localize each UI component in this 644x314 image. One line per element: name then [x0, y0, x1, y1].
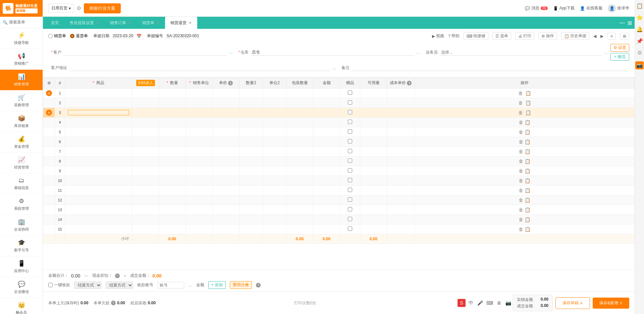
add-row-btn[interactable]: + [46, 90, 52, 96]
taskbar-icon-2[interactable]: 中 [467, 299, 475, 307]
industry-selector[interactable]: 日用百货 ▾ [48, 4, 74, 13]
unit-cell[interactable] [186, 88, 213, 98]
sidebar-item-sales-mgmt[interactable]: 📊 销售管理 [0, 70, 43, 90]
right-panel-icon-5[interactable]: ⚙ [637, 50, 642, 56]
gift-checkbox[interactable] [348, 149, 352, 153]
sidebar-item-app-center[interactable]: 📱 应用中心 [0, 256, 43, 277]
tab-sales-delivery[interactable]: 销货单 ✕ [137, 17, 165, 29]
gift-checkbox[interactable] [348, 110, 352, 114]
pack-qty-cell[interactable] [286, 108, 313, 118]
available-cell[interactable] [360, 98, 387, 108]
available-cell[interactable] [360, 88, 387, 98]
settlement-select[interactable]: 结算方式 [74, 281, 102, 289]
right-panel-icon-4[interactable]: 📌 [636, 38, 643, 44]
discount-info-icon[interactable]: ? [115, 273, 120, 278]
topbar-gear-icon[interactable]: ⚙ [76, 5, 81, 11]
account-select-btn[interactable]: … [188, 283, 192, 288]
qty2-cell[interactable] [239, 108, 263, 118]
gift-checkbox[interactable] [348, 168, 352, 173]
copy-btn[interactable]: 📋 [524, 216, 531, 223]
th-gear[interactable]: ⚙ [43, 78, 55, 88]
search-menu[interactable]: 🔍 搜索菜单 [0, 17, 43, 28]
cost-price-cell[interactable] [387, 88, 415, 98]
product-cell[interactable] [65, 108, 132, 118]
sidebar-item-enterprise[interactable]: 🏢 企业协同 [0, 215, 43, 236]
sidebar-item-inventory[interactable]: 📦 库存核算 [0, 111, 43, 132]
radio-return[interactable]: 退货单 [70, 33, 88, 39]
price-cell[interactable] [213, 108, 239, 118]
copy-btn[interactable]: 📋 [524, 177, 531, 184]
view-grid-btn[interactable]: ⊞ [620, 33, 629, 40]
customer-select-btn[interactable]: … [229, 50, 233, 55]
delete-btn[interactable]: 🗑 [518, 119, 524, 126]
row-add-btn-cell[interactable]: + [43, 108, 55, 118]
history-btn[interactable]: 📋 历史单据 [561, 32, 589, 40]
right-panel-icon-2[interactable]: ⭐ [636, 14, 643, 21]
gift-cell[interactable] [340, 98, 360, 108]
amount-cell[interactable] [313, 88, 340, 98]
add-row-btn[interactable]: + [46, 110, 52, 116]
right-panel-icon-1[interactable]: 📋 [636, 3, 643, 9]
date-value[interactable]: 2023-03-20 [111, 33, 135, 39]
view-list-btn[interactable]: ≡ [607, 33, 616, 40]
save-new-btn[interactable]: 保存&新增 ∧ [593, 298, 629, 309]
product-input[interactable] [68, 91, 129, 96]
sidebar-item-system[interactable]: ⚙ 系统管理 [0, 194, 43, 215]
logistics-btn[interactable]: + 物流 [610, 53, 629, 61]
qty-cell[interactable] [159, 88, 186, 98]
shortcut-btn[interactable]: ⌨ 快捷键 [464, 32, 488, 40]
gift-checkbox[interactable] [348, 120, 352, 124]
gift-checkbox[interactable] [348, 207, 352, 211]
amount-cell[interactable] [313, 98, 340, 108]
staff-select-btn[interactable]: … [604, 50, 608, 55]
copy-btn[interactable]: 📋 [525, 90, 532, 97]
delete-btn[interactable]: 🗑 [518, 148, 524, 155]
operate-btn[interactable]: ⚙ 操作 [538, 32, 557, 40]
price-info-icon[interactable]: ℹ [228, 81, 233, 85]
cost-price-cell[interactable] [387, 108, 415, 118]
tab-home[interactable]: 首页 [46, 17, 64, 29]
tab-close-icon[interactable]: ✕ [96, 20, 99, 25]
gift-checkbox[interactable] [348, 178, 352, 182]
delete-btn[interactable]: 🗑 [518, 138, 524, 145]
message-btn[interactable]: 💬 消息 70 [525, 5, 548, 11]
gift-checkbox[interactable] [348, 100, 352, 105]
next-icon[interactable]: ▶ [600, 34, 603, 39]
one-key-payment-checkbox[interactable]: 一键收款 [48, 282, 70, 288]
right-panel-icon-3[interactable]: 🔔 [636, 26, 643, 33]
sidebar-item-quick-nav[interactable]: ⚡ 快捷导航 [0, 28, 43, 49]
delete-btn[interactable]: 🗑 [518, 129, 524, 135]
pack-qty-cell[interactable] [286, 88, 313, 98]
debt-info-icon[interactable]: ? [111, 301, 116, 305]
available-cell[interactable] [360, 108, 387, 118]
tab-minimize-icon[interactable]: — [620, 20, 625, 26]
price-cell[interactable] [213, 98, 239, 108]
gift-checkbox[interactable] [348, 139, 352, 143]
customer-input[interactable] [63, 49, 227, 56]
warehouse-select-btn[interactable]: … [416, 50, 420, 55]
sidebar-item-member[interactable]: 👑 畅会员 [0, 298, 43, 314]
video-btn[interactable]: ▶ 视频 [432, 33, 444, 39]
copy-btn[interactable]: 📋 [524, 226, 531, 233]
copy-btn[interactable]: 📋 [524, 168, 531, 174]
right-panel-icon-6[interactable]: 📸 [635, 61, 644, 69]
product-cell[interactable] [65, 98, 132, 108]
sidebar-item-marketing[interactable]: 📢 营销推广 [0, 49, 43, 70]
add-payment-btn[interactable]: + 添加 [208, 281, 226, 289]
staff-input[interactable] [440, 49, 602, 56]
taskbar-icon-3[interactable]: 🎤 [476, 299, 484, 307]
online-service-btn[interactable]: 👤 在线客服 [580, 5, 602, 11]
copy-btn[interactable]: 📋 [525, 100, 532, 106]
product-cell[interactable] [65, 88, 132, 98]
taskbar-icon-5[interactable]: 🖥 [495, 299, 503, 307]
delete-btn[interactable]: 🗑 [518, 90, 524, 97]
cost-price-info-icon[interactable]: ℹ [407, 81, 412, 85]
sidebar-item-wechat[interactable]: 💬 企业微信 [0, 277, 43, 298]
unit-cell[interactable] [186, 98, 213, 108]
calendar-icon[interactable]: 📅 [137, 34, 142, 39]
gift-checkbox[interactable] [348, 90, 352, 95]
sidebar-item-purchase-mgmt[interactable]: 🛒 采购管理 [0, 90, 43, 111]
tab-close-icon[interactable]: ✕ [128, 20, 131, 25]
gift-checkbox[interactable] [348, 217, 352, 221]
radio-sales[interactable]: 销货单 [48, 33, 66, 39]
